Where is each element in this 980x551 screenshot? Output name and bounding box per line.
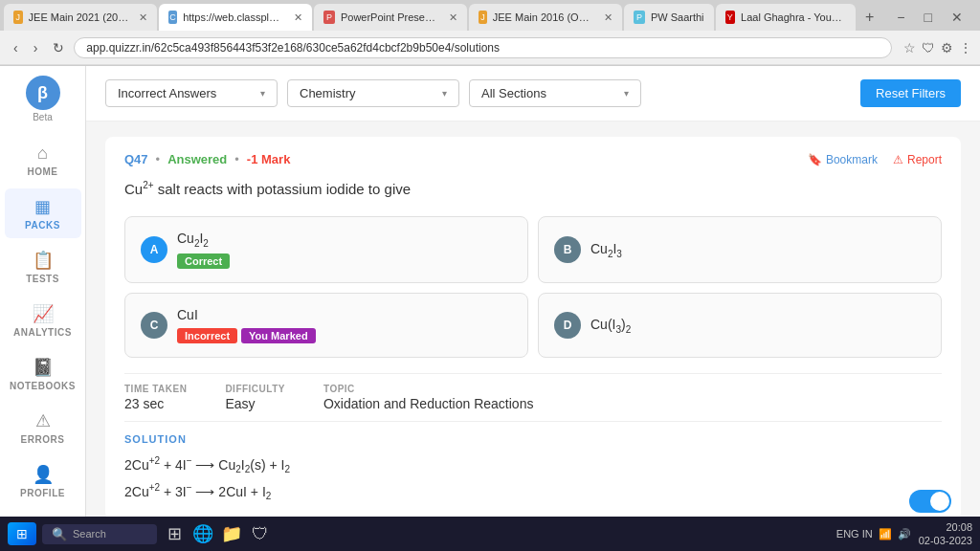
tab-3[interactable]: P PowerPoint Presentation ✕ xyxy=(314,4,467,31)
menu-icon[interactable]: ⋮ xyxy=(959,40,972,55)
option-d-content: Cu(I3)2 xyxy=(590,317,631,335)
filter-section-dropdown[interactable]: All Sections ▾ xyxy=(469,79,641,107)
sidebar-item-analytics[interactable]: 📈 ANALYTICS xyxy=(5,296,81,345)
option-b[interactable]: B Cu2I3 xyxy=(538,216,942,284)
solution-line1: 2Cu+2 + 4I− ⟶ Cu2I2(s) + I2 xyxy=(124,452,942,478)
tab-6-label: Laal Ghaghra - YouTube Mu... xyxy=(741,11,846,23)
option-c-circle: C xyxy=(141,312,167,339)
sidebar: β Beta ⌂ HOME ▦ PACKS 📋 TESTS 📈 ANALYTIC… xyxy=(0,66,86,551)
analytics-label: ANALYTICS xyxy=(13,327,72,338)
clock-date: 02-03-2023 xyxy=(919,534,972,547)
taskbar-icon-3[interactable]: 📁 xyxy=(220,522,243,545)
filter-subject-dropdown[interactable]: Chemistry ▾ xyxy=(287,79,459,107)
packs-icon: ▦ xyxy=(34,196,51,217)
sidebar-item-packs[interactable]: ▦ PACKS xyxy=(5,188,81,238)
time-taken-value: 23 sec xyxy=(124,396,187,411)
filter-section-arrow: ▾ xyxy=(624,88,629,99)
tab-2[interactable]: C https://web.classplusapp.com/n... ✕ xyxy=(159,4,312,31)
taskbar-icon-1[interactable]: ⊞ xyxy=(163,522,186,545)
minimize-button[interactable]: − xyxy=(891,6,910,29)
sidebar-item-profile[interactable]: 👤 PROFILE xyxy=(5,456,81,506)
tab-4[interactable]: J JEE Main 2016 (Online) 10th Apr... ✕ xyxy=(469,4,622,31)
tab-5[interactable]: P PW Saarthi xyxy=(624,4,714,31)
shield-icon[interactable]: 🛡 xyxy=(922,40,935,55)
option-c-badges: Incorrect You Marked xyxy=(177,328,316,343)
filter-subject-label: Chemistry xyxy=(300,86,356,100)
question-mark: -1 Mark xyxy=(247,152,291,166)
windows-icon: ⊞ xyxy=(16,526,28,541)
taskbar-icon-4[interactable]: 🛡 xyxy=(249,522,272,545)
option-a-formula: Cu2I2 xyxy=(177,231,230,249)
bookmark-icon[interactable]: ☆ xyxy=(903,40,916,55)
taskbar-search[interactable]: 🔍 Search xyxy=(42,524,157,544)
logo-icon: β xyxy=(26,76,60,110)
maximize-button[interactable]: □ xyxy=(919,6,938,29)
filter-section-label: All Sections xyxy=(481,86,546,100)
stats-row: TIME TAKEN 23 sec DIFFICULTY Easy TOPIC … xyxy=(124,373,942,422)
solution-text: 2Cu+2 + 4I− ⟶ Cu2I2(s) + I2 2Cu+2 + 3I− … xyxy=(124,452,942,505)
sidebar-item-notebooks[interactable]: 📓 NOTEBOOKS xyxy=(5,349,81,399)
toggle-container xyxy=(909,490,951,513)
refresh-button[interactable]: ↻ xyxy=(47,36,70,59)
logo-label: Beta xyxy=(33,112,53,122)
report-button[interactable]: ⚠ Report xyxy=(893,153,942,166)
question-container: Q47 • Answered • -1 Mark 🔖 Bookmark ⚠ Re… xyxy=(105,137,961,520)
tab-1-label: JEE Main 2021 (20 Jul Shift 2... xyxy=(29,11,129,23)
tab-2-close[interactable]: ✕ xyxy=(294,11,302,24)
home-label: HOME xyxy=(28,166,58,177)
tab-2-favicon: C xyxy=(168,11,177,24)
start-button[interactable]: ⊞ xyxy=(8,522,36,545)
option-d[interactable]: D Cu(I3)2 xyxy=(538,293,942,358)
reset-filters-button[interactable]: Reset Filters xyxy=(860,79,961,107)
topic-label: TOPIC xyxy=(323,384,533,394)
sidebar-item-errors[interactable]: ⚠ ERRORS xyxy=(5,403,81,452)
browser-chrome: J JEE Main 2021 (20 Jul Shift 2... ✕ C h… xyxy=(0,0,980,66)
difficulty-value: Easy xyxy=(225,396,285,411)
tab-3-label: PowerPoint Presentation xyxy=(341,11,439,23)
extensions-icon[interactable]: ⚙ xyxy=(941,40,953,55)
tab-3-close[interactable]: ✕ xyxy=(449,11,457,24)
close-button[interactable]: ✕ xyxy=(946,6,969,29)
filter-type-dropdown[interactable]: Incorrect Answers ▾ xyxy=(105,79,278,107)
sidebar-logo: β Beta xyxy=(26,76,60,122)
options-grid: A Cu2I2 Correct B Cu2I3 xyxy=(124,216,942,359)
tab-3-favicon: P xyxy=(323,11,335,24)
taskbar-icon-2[interactable]: 🌐 xyxy=(191,522,214,545)
tab-bar: J JEE Main 2021 (20 Jul Shift 2... ✕ C h… xyxy=(0,0,980,31)
clock: 20:08 02-03-2023 xyxy=(919,520,972,548)
tab-4-favicon: J xyxy=(479,11,487,24)
option-c[interactable]: C CuI Incorrect You Marked xyxy=(124,293,528,358)
tab-4-close[interactable]: ✕ xyxy=(604,11,612,24)
question-text: Cu2+ salt reacts with potassium iodide t… xyxy=(124,178,942,201)
incorrect-badge: Incorrect xyxy=(177,328,237,343)
clock-time: 20:08 xyxy=(919,520,972,534)
correct-badge: Correct xyxy=(177,253,230,269)
packs-label: PACKS xyxy=(25,220,60,231)
solution-section: SOLUTION 2Cu+2 + 4I− ⟶ Cu2I2(s) + I2 2Cu… xyxy=(124,433,942,505)
bookmark-button[interactable]: 🔖 Bookmark xyxy=(808,153,878,166)
sidebar-item-home[interactable]: ⌂ HOME xyxy=(5,136,81,185)
option-c-content: CuI Incorrect You Marked xyxy=(177,307,316,343)
bookmark-report-area: 🔖 Bookmark ⚠ Report xyxy=(808,153,942,166)
lang-indicator: ENG IN xyxy=(836,528,873,540)
tab-6[interactable]: Y Laal Ghaghra - YouTube Mu... xyxy=(716,4,856,31)
filter-type-label: Incorrect Answers xyxy=(118,86,216,100)
sidebar-item-tests[interactable]: 📋 TESTS xyxy=(5,242,81,292)
tab-2-label: https://web.classplusapp.com/n... xyxy=(183,11,284,23)
notebooks-label: NOTEBOOKS xyxy=(10,381,76,391)
tab-1-close[interactable]: ✕ xyxy=(139,11,147,24)
new-tab-button[interactable]: + xyxy=(858,5,881,30)
address-bar[interactable]: app.quizzr.in/62c5ca493f856443f53f2e168/… xyxy=(74,37,892,58)
back-button[interactable]: ‹ xyxy=(8,36,24,59)
forward-button[interactable]: › xyxy=(28,36,44,59)
errors-icon: ⚠ xyxy=(35,410,51,431)
you-marked-badge: You Marked xyxy=(241,328,316,343)
topic-value: Oxidation and Reduction Reactions xyxy=(323,396,533,411)
time-taken-label: TIME TAKEN xyxy=(124,384,187,394)
option-a[interactable]: A Cu2I2 Correct xyxy=(124,216,528,284)
nav-controls: ‹ › ↻ app.quizzr.in/62c5ca493f856443f53f… xyxy=(0,31,980,65)
home-icon: ⌂ xyxy=(37,143,48,164)
difficulty-label: DIFFICULTY xyxy=(225,384,285,394)
toggle-switch[interactable] xyxy=(909,490,951,513)
tab-1[interactable]: J JEE Main 2021 (20 Jul Shift 2... ✕ xyxy=(4,4,157,31)
